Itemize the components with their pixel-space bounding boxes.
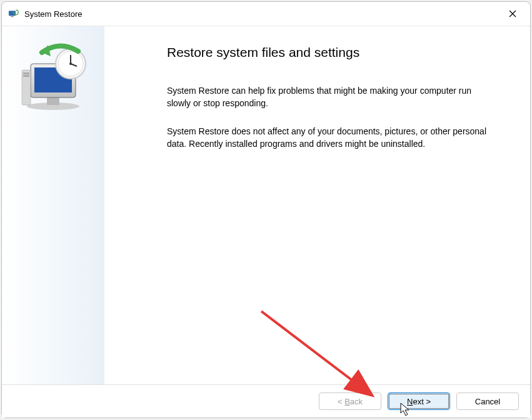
svg-rect-1: [11, 16, 14, 18]
body-area: Restore system files and settings System…: [2, 26, 530, 385]
svg-rect-10: [23, 72, 29, 74]
page-heading: Restore system files and settings: [167, 45, 505, 60]
description-para-1: System Restore can help fix problems tha…: [167, 85, 492, 109]
cancel-button[interactable]: Cancel: [456, 392, 519, 410]
left-panel: [2, 26, 104, 384]
back-button: < Back: [319, 392, 381, 410]
system-restore-window: System Restore: [1, 1, 531, 418]
svg-point-16: [69, 62, 72, 65]
svg-rect-0: [9, 11, 16, 16]
titlebar: System Restore: [2, 2, 530, 26]
description-para-2: System Restore does not affect any of yo…: [167, 126, 492, 150]
close-button[interactable]: [500, 4, 525, 23]
svg-rect-11: [23, 75, 29, 77]
footer-buttons: < Back Next > Cancel: [2, 385, 530, 418]
system-restore-graphic: [16, 39, 91, 114]
window-title: System Restore: [24, 9, 82, 19]
next-button[interactable]: Next >: [388, 392, 450, 410]
system-restore-icon: [7, 8, 19, 20]
content-area: Restore system files and settings System…: [104, 26, 530, 384]
